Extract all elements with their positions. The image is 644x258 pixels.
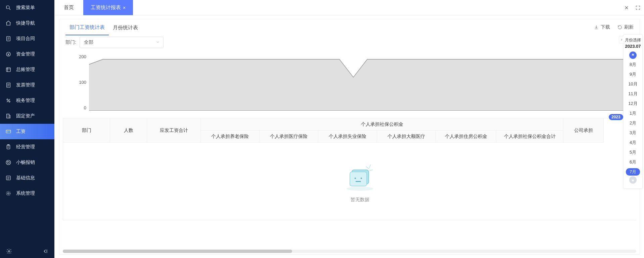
- collapse-sidebar-icon[interactable]: [42, 248, 48, 254]
- sidebar-item-label: 资金管理: [16, 51, 35, 57]
- report-card: 部门工资统计表 月份统计表 下载 刷新 部门: 全部 200 10: [59, 19, 640, 255]
- table-header-cell: 公司承担: [563, 118, 604, 143]
- month-option[interactable]: 1月: [626, 110, 640, 117]
- tabbar: 首页 工资统计报表 ×: [54, 0, 644, 15]
- sidebar-item-label: 项目合同: [16, 36, 35, 42]
- doc-icon: [5, 36, 11, 42]
- refresh-button[interactable]: 刷新: [617, 24, 634, 30]
- svg-point-14: [8, 193, 9, 194]
- sidebar-item-label: 工资: [16, 128, 26, 135]
- clipboard-icon: [5, 144, 11, 150]
- sidebar-item-label: 总账管理: [16, 67, 35, 73]
- fullscreen-button[interactable]: [633, 3, 643, 12]
- sidebar-item-label: 固定资产: [16, 113, 35, 119]
- sidebar-item-percent[interactable]: 税务管理: [0, 93, 54, 108]
- table-header-cell: 个人承担住房公积金: [436, 131, 496, 143]
- month-panel-title: 月份选择: [625, 37, 641, 44]
- month-option[interactable]: 9月: [626, 71, 640, 78]
- month-option[interactable]: 7月: [626, 168, 640, 176]
- sidebar-item-label: 系统管理: [16, 190, 35, 196]
- month-panel-collapse[interactable]: [619, 36, 624, 43]
- content: 部门工资统计表 月份统计表 下载 刷新 部门: 全部 200 10: [54, 15, 644, 258]
- month-scroll-down[interactable]: [629, 176, 637, 184]
- tab-label: 工资统计报表: [91, 4, 121, 11]
- table-header-cell: 应发工资合计: [147, 118, 201, 143]
- table-header-cell: 个人承担大额医疗: [377, 131, 436, 143]
- chevron-down-icon: [156, 40, 160, 45]
- month-option[interactable]: 12月: [626, 100, 640, 107]
- coin-icon: [5, 51, 11, 57]
- sidebar-item-clipboard[interactable]: 经营管理: [0, 139, 54, 155]
- inner-tab-dept[interactable]: 部门工资统计表: [65, 20, 109, 35]
- table-header-cell: 个人承担医疗保险: [260, 131, 318, 143]
- sidebar-item-search[interactable]: 搜索菜单: [0, 0, 54, 15]
- month-option[interactable]: 3月: [626, 129, 640, 137]
- sidebar: 搜索菜单快捷导航项目合同资金管理总账管理发票管理税务管理固定资产工资经营管理小畅…: [0, 0, 54, 258]
- sidebar-item-refresh-circle[interactable]: 小畅报销: [0, 155, 54, 170]
- svg-point-15: [8, 251, 10, 252]
- inner-tab-label: 部门工资统计表: [70, 25, 105, 30]
- sidebar-item-building[interactable]: 固定资产: [0, 108, 54, 124]
- sidebar-item-gear-dashed[interactable]: 系统管理: [0, 186, 54, 201]
- download-button[interactable]: 下载: [594, 24, 610, 30]
- sidebar-item-home[interactable]: 快捷导航: [0, 15, 54, 31]
- inner-tab-month[interactable]: 月份统计表: [109, 20, 142, 35]
- svg-point-0: [6, 6, 9, 9]
- table-head: 部门人数应发工资合计个人承担社保公积金公司承担个人承担养老保险个人承担医疗保险个…: [63, 118, 636, 143]
- svg-point-5: [7, 99, 8, 100]
- settings-icon[interactable]: [6, 248, 12, 254]
- table-header-group: 个人承担社保公积金: [201, 118, 563, 131]
- svg-rect-19: [350, 172, 367, 186]
- scrollbar-thumb[interactable]: [63, 250, 292, 253]
- sidebar-item-label: 搜索菜单: [16, 5, 35, 11]
- tab-home-label: 首页: [64, 4, 74, 11]
- month-option[interactable]: 4月: [626, 139, 640, 146]
- sidebar-item-label: 经营管理: [16, 144, 35, 150]
- search-icon: [5, 5, 11, 11]
- chart-section: 200 100 0: [59, 51, 640, 117]
- download-label: 下载: [601, 24, 610, 30]
- svg-point-11: [6, 160, 11, 165]
- sidebar-footer: [0, 245, 54, 258]
- svg-point-13: [6, 191, 10, 195]
- table: 部门人数应发工资合计个人承担社保公积金公司承担个人承担养老保险个人承担医疗保险个…: [63, 118, 636, 220]
- filter-row: 部门: 全部: [59, 35, 640, 51]
- sidebar-item-list[interactable]: 基础信息: [0, 170, 54, 186]
- dept-select-value: 全部: [84, 39, 93, 45]
- ledger-icon: [5, 67, 11, 73]
- refresh-label: 刷新: [624, 24, 634, 30]
- month-option[interactable]: 6月: [626, 158, 640, 166]
- building-icon: [5, 113, 11, 119]
- svg-rect-7: [7, 114, 9, 118]
- month-option[interactable]: 5月: [626, 149, 640, 156]
- month-option[interactable]: 10月: [626, 80, 640, 88]
- close-icon[interactable]: ×: [123, 5, 126, 10]
- month-option[interactable]: 11月: [626, 90, 640, 98]
- svg-rect-3: [6, 68, 10, 72]
- month-option[interactable]: 2月: [626, 119, 640, 127]
- sidebar-item-receipt[interactable]: 发票管理: [0, 77, 54, 93]
- table-scroll[interactable]: 部门人数应发工资合计个人承担社保公积金公司承担个人承担养老保险个人承担医疗保险个…: [63, 118, 636, 251]
- table-header-cell: 部门: [63, 118, 110, 143]
- sidebar-item-label: 发票管理: [16, 82, 35, 88]
- sidebar-item-card[interactable]: 工资: [0, 124, 54, 139]
- month-scroll-up[interactable]: [629, 51, 637, 59]
- y-tick: 100: [79, 80, 86, 85]
- sidebar-item-ledger[interactable]: 总账管理: [0, 62, 54, 77]
- close-all-tabs-button[interactable]: [622, 3, 631, 12]
- sidebar-item-coin[interactable]: 资金管理: [0, 46, 54, 62]
- horizontal-scrollbar[interactable]: [63, 250, 636, 253]
- month-panel-current: 2023.07: [625, 44, 641, 51]
- sidebar-item-doc[interactable]: 项目合同: [0, 31, 54, 46]
- svg-rect-22: [356, 181, 361, 182]
- table-empty: 暂无数据: [63, 143, 636, 220]
- dept-select[interactable]: 全部: [80, 37, 164, 48]
- month-option[interactable]: 8月: [626, 61, 640, 68]
- tab-home[interactable]: 首页: [54, 0, 83, 15]
- sidebar-item-label: 基础信息: [16, 175, 35, 181]
- tab-salary-report[interactable]: 工资统计报表 ×: [83, 0, 133, 15]
- inner-tools: 下载 刷新: [594, 24, 634, 30]
- inner-tabs: 部门工资统计表 月份统计表 下载 刷新: [59, 19, 640, 35]
- chart: 200 100 0: [65, 51, 634, 115]
- month-picker-panel: 月份选择 2023.07 8月9月10月11月12月1月2月3月4月5月6月7月…: [623, 34, 643, 189]
